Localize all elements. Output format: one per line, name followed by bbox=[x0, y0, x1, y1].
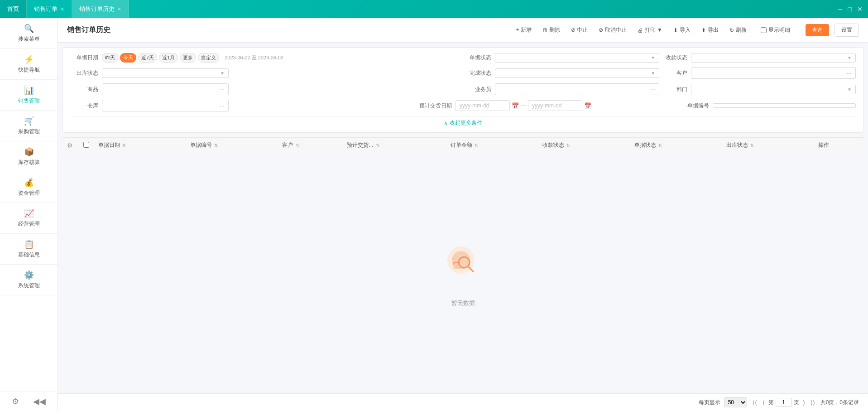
sidebar-item-finance[interactable]: 💰 资金管理 bbox=[0, 172, 58, 203]
print-button[interactable]: 🖨 🖨 打印 打印 ▼ bbox=[635, 24, 665, 36]
sidebar-bottom: ⚙ ◀◀ bbox=[0, 392, 58, 411]
main-content: 销售订单历史 + 新增 🗑 删除 ⊘ 中止 ⊘ 取消中止 🖨 🖨 打印 打印 ▼… bbox=[58, 18, 868, 411]
export-button[interactable]: ⬆ 导出 bbox=[699, 24, 721, 36]
date-btn-more[interactable]: 更多 bbox=[180, 53, 196, 63]
first-page-button[interactable]: ⟨⟨ bbox=[751, 398, 759, 407]
tab-sales-order-history-label: 销售订单历史 bbox=[79, 5, 115, 13]
sort-doc-date-icon[interactable]: ⇅ bbox=[122, 143, 126, 148]
tab-sales-order-history[interactable]: 销售订单历史 ✕ bbox=[72, 0, 129, 18]
sales-mgmt-icon: 📊 bbox=[24, 85, 34, 95]
sidebar-item-sales-mgmt-label: 销售管理 bbox=[18, 97, 40, 105]
purchase-mgmt-icon: 🛒 bbox=[24, 116, 34, 126]
empty-text: 暂无数据 bbox=[451, 299, 475, 307]
filter-row-1: 单据日期 昨天 今天 近7天 近1月 更多 自定义 2023-06-02 至 2… bbox=[70, 53, 856, 63]
goods-dots-icon[interactable]: ··· bbox=[219, 86, 225, 93]
empty-state: 暂无数据 bbox=[62, 153, 863, 393]
date-btn-today[interactable]: 今天 bbox=[120, 53, 136, 63]
expected-delivery-date-wrap: yyyy-mm-dd 📅 — yyyy-mm-dd 📅 bbox=[456, 100, 591, 111]
tab-sales-order[interactable]: 销售订单 ✕ bbox=[27, 0, 72, 18]
calendar-to-icon[interactable]: 📅 bbox=[584, 102, 591, 109]
delete-button[interactable]: 🗑 删除 bbox=[540, 24, 563, 36]
collapse-label: 收起更多条件 bbox=[450, 119, 482, 127]
import-button[interactable]: ⬇ 导入 bbox=[671, 24, 693, 36]
warehouse-status-chevron-icon: ▼ bbox=[220, 71, 225, 76]
collapse-bar[interactable]: ∧ 收起更多条件 bbox=[70, 116, 856, 127]
sort-delivery-icon[interactable]: ⇅ bbox=[376, 143, 379, 148]
window-close-icon[interactable]: ✕ bbox=[857, 5, 863, 13]
sidebar-item-sales-mgmt[interactable]: 📊 销售管理 bbox=[0, 80, 58, 111]
receipt-status-select[interactable]: ▼ bbox=[691, 53, 856, 63]
sidebar-item-sys-mgmt[interactable]: ⚙️ 系统管理 bbox=[0, 265, 58, 295]
next-page-button[interactable]: ⟩ bbox=[801, 398, 807, 407]
refresh-button[interactable]: ↻ 刷新 bbox=[727, 24, 749, 36]
date-btn-yesterday[interactable]: 昨天 bbox=[102, 53, 118, 63]
display-detail-input[interactable] bbox=[761, 27, 767, 33]
display-detail-checkbox[interactable]: 显示明细 bbox=[761, 26, 790, 34]
date-range-text: 2023-06-02 至 2023-06-02 bbox=[225, 54, 283, 61]
per-page-select[interactable]: 50 10 20 100 bbox=[724, 397, 747, 407]
sidebar-settings-icon[interactable]: ⚙ bbox=[12, 396, 19, 406]
sort-amount-icon[interactable]: ⇅ bbox=[475, 143, 478, 148]
data-table: ⚙ 单据日期 ⇅ 单据编号 ⇅ 客户 ⇅ bbox=[62, 137, 863, 153]
page-prefix: 第 bbox=[768, 399, 774, 406]
warehouse-status-select[interactable]: ▼ bbox=[102, 68, 229, 78]
toolbar-divider bbox=[755, 27, 755, 34]
sidebar-collapse-icon[interactable]: ◀◀ bbox=[33, 396, 46, 406]
salesperson-dots-icon[interactable]: ··· bbox=[650, 86, 656, 93]
sort-doc-status-icon[interactable]: ⇅ bbox=[658, 143, 662, 148]
page-title: 销售订单历史 bbox=[67, 25, 110, 35]
sidebar-item-operation[interactable]: 📈 经营管理 bbox=[0, 203, 58, 234]
doc-status-select[interactable]: ▼ bbox=[495, 53, 660, 63]
tab-sales-order-close[interactable]: ✕ bbox=[60, 6, 64, 12]
window-maximize-icon[interactable]: □ bbox=[848, 5, 852, 13]
stop-button[interactable]: ⊘ 中止 bbox=[568, 24, 590, 36]
date-btn-1month[interactable]: 近1月 bbox=[159, 53, 178, 63]
warehouse-dots-icon[interactable]: ··· bbox=[219, 102, 225, 109]
display-detail-label: 显示明细 bbox=[768, 26, 790, 34]
complete-status-select[interactable]: ▼ bbox=[495, 68, 660, 78]
sidebar-item-purchase-mgmt[interactable]: 🛒 采购管理 bbox=[0, 111, 58, 141]
date-btn-7days[interactable]: 近7天 bbox=[138, 53, 157, 63]
prev-page-button[interactable]: ⟨ bbox=[761, 398, 767, 407]
complete-status-chevron-icon: ▼ bbox=[651, 71, 655, 76]
sys-mgmt-icon: ⚙️ bbox=[24, 270, 34, 280]
warehouse-status-label: 出库状态 bbox=[70, 69, 102, 77]
sidebar-item-inventory[interactable]: 📦 库存核算 bbox=[0, 141, 58, 172]
sidebar-item-basic-info[interactable]: 📋 基础信息 bbox=[0, 234, 58, 265]
settings-button[interactable]: 设置 bbox=[834, 24, 859, 37]
sidebar-item-basic-info-label: 基础信息 bbox=[18, 251, 40, 259]
window-minimize-icon[interactable]: ─ bbox=[838, 5, 843, 13]
col-doc-number: 单据编号 ⇅ bbox=[186, 138, 278, 153]
sidebar-item-quick-nav[interactable]: ⚡ 快捷导航 bbox=[0, 49, 58, 80]
table-settings-icon[interactable]: ⚙ bbox=[67, 142, 73, 149]
export-icon: ⬆ bbox=[701, 27, 706, 34]
select-all-checkbox[interactable] bbox=[83, 142, 89, 148]
tab-sales-order-history-close[interactable]: ✕ bbox=[117, 6, 121, 12]
sort-doc-number-icon[interactable]: ⇅ bbox=[214, 143, 218, 148]
page-header: 销售订单历史 + 新增 🗑 删除 ⊘ 中止 ⊘ 取消中止 🖨 🖨 打印 打印 ▼… bbox=[58, 18, 868, 43]
col-expected-delivery: 预计交货... ⇅ bbox=[342, 138, 446, 153]
per-page-label: 每页显示 bbox=[699, 399, 720, 406]
query-button[interactable]: 查询 bbox=[806, 24, 829, 36]
customer-dots-icon[interactable]: ··· bbox=[846, 69, 852, 77]
basic-info-icon: 📋 bbox=[24, 239, 34, 249]
doc-status-chevron-icon: ▼ bbox=[651, 55, 655, 60]
sort-receipt-icon[interactable]: ⇅ bbox=[566, 143, 570, 148]
sidebar-item-search-menu[interactable]: 🔍 搜索菜单 bbox=[0, 18, 58, 49]
department-label: 部门 bbox=[659, 86, 691, 93]
department-select[interactable]: ▼ bbox=[691, 85, 856, 94]
tab-home[interactable]: 首页 bbox=[0, 0, 27, 18]
expected-delivery-to[interactable]: yyyy-mm-dd bbox=[528, 100, 582, 111]
toolbar: + 新增 🗑 删除 ⊘ 中止 ⊘ 取消中止 🖨 🖨 打印 打印 ▼ ⬇ 导入 ⬆… bbox=[513, 24, 859, 37]
expected-delivery-from[interactable]: yyyy-mm-dd bbox=[456, 100, 510, 111]
page-number-input[interactable] bbox=[776, 398, 792, 407]
expected-delivery-label: 预计交货日期 bbox=[419, 102, 456, 110]
new-button[interactable]: + 新增 bbox=[513, 24, 534, 36]
last-page-button[interactable]: ⟩⟩ bbox=[809, 398, 817, 407]
doc-number-input[interactable] bbox=[713, 103, 856, 108]
sort-customer-icon[interactable]: ⇅ bbox=[296, 143, 299, 148]
calendar-from-icon[interactable]: 📅 bbox=[512, 102, 519, 109]
cancel-stop-button[interactable]: ⊘ 取消中止 bbox=[596, 24, 629, 36]
sort-warehouse-icon[interactable]: ⇅ bbox=[750, 143, 754, 148]
date-btn-custom[interactable]: 自定义 bbox=[198, 53, 219, 63]
